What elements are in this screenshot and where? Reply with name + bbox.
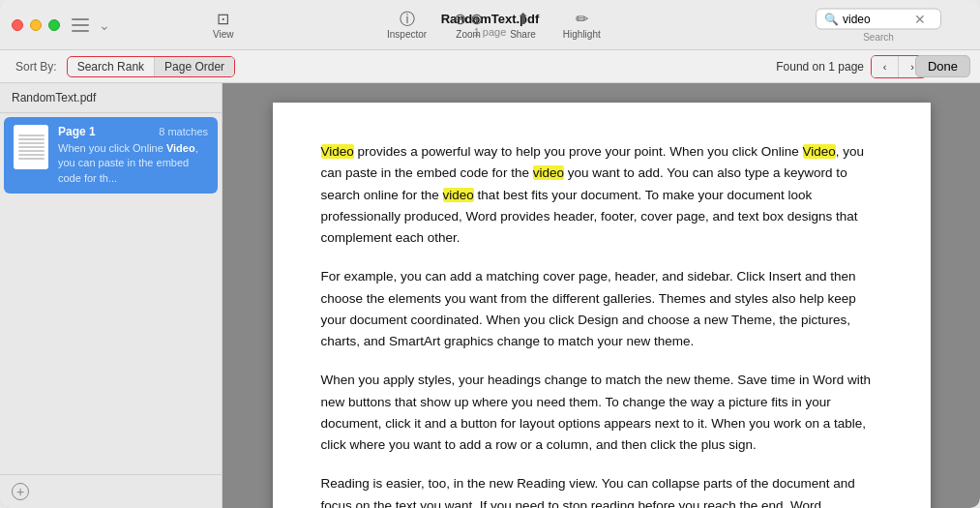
inspector-icon: ⓘ bbox=[400, 11, 415, 26]
paragraph-3: When you apply styles, your headings cha… bbox=[321, 370, 882, 456]
zoom-icon-group: ⊖ ⊕ bbox=[454, 11, 483, 26]
toolbar-icons-2: ⓘ Inspector ⊖ ⊕ Zoom ⬆ Share ✏ Highlight bbox=[387, 11, 601, 39]
sort-search-rank-button[interactable]: Search Rank bbox=[68, 57, 155, 76]
highlight-video-1: Video bbox=[321, 144, 354, 159]
zoom-in-icon: ⊕ bbox=[470, 11, 483, 26]
toolbar-view[interactable]: ⊡ View bbox=[213, 11, 234, 39]
titlebar-left-controls: ⌄ bbox=[72, 17, 110, 33]
toolbar-highlight[interactable]: ✏ Highlight bbox=[563, 11, 601, 39]
sort-toolbar: Sort By: Search Rank Page Order Found on… bbox=[0, 50, 980, 83]
search-label: Search bbox=[863, 31, 894, 42]
document-page: Video provides a powerful way to help yo… bbox=[273, 103, 931, 508]
sidebar-preview: When you click Online Video, you can pas… bbox=[58, 141, 208, 186]
app-window: ⌄ RandomText.pdf 1 page ⊡ View ⓘ Inspect… bbox=[0, 0, 980, 508]
highlight-icon: ✏ bbox=[576, 11, 588, 26]
highlight-video-3: video bbox=[533, 165, 564, 180]
minimize-button[interactable] bbox=[30, 19, 42, 31]
maximize-button[interactable] bbox=[48, 19, 60, 31]
sidebar-item-info: Page 1 8 matches When you click Online V… bbox=[58, 125, 208, 186]
toolbar-inspector[interactable]: ⓘ Inspector bbox=[387, 11, 427, 39]
sidebar: RandomText.pdf Page 1 8 matches bbox=[0, 83, 223, 508]
close-button[interactable] bbox=[12, 19, 23, 31]
toolbar-zoom[interactable]: ⊖ ⊕ Zoom bbox=[454, 11, 483, 39]
page-label: Page 1 bbox=[58, 125, 96, 138]
toolbar-icons: ⊡ View bbox=[213, 11, 234, 39]
found-on-label: Found on 1 page bbox=[776, 60, 864, 74]
close-search-icon[interactable]: ✕ bbox=[914, 12, 926, 25]
highlight-video-2: Video bbox=[803, 144, 836, 159]
prev-result-button[interactable]: ‹ bbox=[872, 56, 899, 77]
search-group: 🔍 ✕ Search bbox=[816, 8, 941, 42]
traffic-lights bbox=[12, 19, 60, 31]
view-label: View bbox=[213, 28, 234, 39]
main-content: RandomText.pdf Page 1 8 matches bbox=[0, 83, 980, 508]
sidebar-filename: RandomText.pdf bbox=[0, 83, 222, 113]
chevron-down-icon: ⌄ bbox=[99, 17, 110, 33]
add-page-button[interactable]: + bbox=[0, 474, 222, 508]
sidebar-item-header: Page 1 8 matches bbox=[58, 125, 208, 138]
sidebar-toggle-button[interactable] bbox=[72, 18, 89, 32]
sidebar-page-item[interactable]: Page 1 8 matches When you click Online V… bbox=[4, 117, 218, 194]
paragraph-1: Video provides a powerful way to help yo… bbox=[321, 141, 882, 249]
highlight-video-4: video bbox=[443, 188, 474, 202]
highlight-label: Highlight bbox=[563, 28, 601, 39]
zoom-out-icon: ⊖ bbox=[454, 11, 466, 26]
search-icon: 🔍 bbox=[824, 12, 839, 25]
done-button[interactable]: Done bbox=[915, 55, 970, 77]
sort-page-order-button[interactable]: Page Order bbox=[155, 57, 234, 76]
view-icon: ⊡ bbox=[217, 11, 229, 26]
search-box[interactable]: 🔍 ✕ bbox=[816, 8, 941, 29]
document-area[interactable]: Video provides a powerful way to help yo… bbox=[223, 83, 980, 508]
search-input[interactable] bbox=[843, 12, 910, 25]
page-thumbnail bbox=[14, 125, 48, 169]
sidebar-spacer bbox=[0, 197, 222, 474]
inspector-label: Inspector bbox=[387, 28, 427, 39]
match-badge: 8 matches bbox=[159, 126, 208, 137]
zoom-label: Zoom bbox=[456, 28, 481, 39]
toolbar-share[interactable]: ⬆ Share bbox=[510, 11, 536, 39]
share-icon: ⬆ bbox=[517, 11, 529, 26]
share-label: Share bbox=[510, 28, 536, 39]
plus-icon: + bbox=[12, 483, 29, 500]
sort-by-label: Sort By: bbox=[15, 60, 57, 74]
paragraph-4: Reading is easier, too, in the new Readi… bbox=[321, 473, 882, 508]
sort-button-group: Search Rank Page Order bbox=[67, 56, 235, 77]
titlebar: ⌄ RandomText.pdf 1 page ⊡ View ⓘ Inspect… bbox=[0, 0, 980, 50]
search-section: 🔍 ✕ Search bbox=[816, 8, 941, 42]
paragraph-2: For example, you can add a matching cove… bbox=[321, 266, 882, 352]
